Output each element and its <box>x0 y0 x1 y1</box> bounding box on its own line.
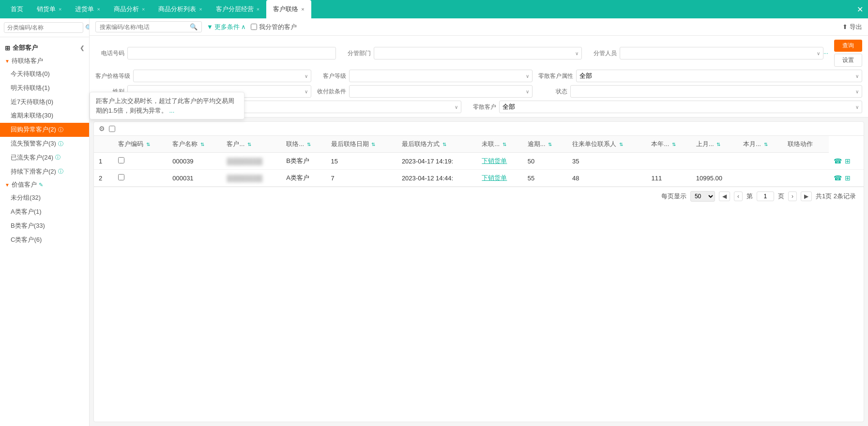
table-row: 2 000031 ████████ A类客户 7 2023-04-12 14:4… <box>94 170 864 187</box>
info-icon: ⓘ <box>58 126 63 134</box>
filter-row-2: 客户价格等级 ∨ 客户等级 ∨ 零散客户属性 全部 ∨ <box>95 70 862 82</box>
chevron-down-icon: ∨ <box>305 73 308 79</box>
sidebar-item-ungrouped[interactable]: 未分组(32) <box>0 191 89 205</box>
nav-tab-sales[interactable]: 销货单 × <box>30 0 68 18</box>
th-contact-person[interactable]: 往来单位联系人 ⇅ <box>567 136 646 153</box>
nav-tab-customer-contact[interactable]: 客户联络 × <box>266 0 311 18</box>
close-icon[interactable]: × <box>199 6 202 12</box>
branch-person-select[interactable]: ∨ <box>620 47 823 59</box>
sidebar-item-class-b[interactable]: B类客户(33) <box>0 219 89 233</box>
th-customer-type[interactable]: 客户... ⇅ <box>222 136 281 153</box>
status-select[interactable]: ∨ <box>570 85 862 98</box>
sidebar: 🔍 ⊞ 全部客户 ❮ ▼ 待联络客户 今天待联络(0) 明天待联络(1) 近7天… <box>0 18 90 426</box>
search-icon[interactable]: 🔍 <box>85 24 90 31</box>
close-icon[interactable]: × <box>59 6 61 12</box>
close-icon[interactable]: × <box>301 6 304 12</box>
branch-dept-field: 分管部门 ∨ <box>342 47 582 59</box>
sort-icon: ⇅ <box>764 142 768 147</box>
query-button[interactable]: 查询 <box>834 40 862 52</box>
sidebar-item-declining[interactable]: 持续下滑客户(2) ⓘ <box>0 165 89 179</box>
my-customers-checkbox[interactable] <box>251 24 257 30</box>
tooltip-box: 距客户上次交易时长，超过了此客户的平均交易周期的1.5倍，则视为异常。 ... <box>90 92 244 119</box>
tooltip-dots[interactable]: ... <box>169 107 174 114</box>
customer-level-select[interactable]: ∨ <box>349 70 533 82</box>
window-close-button[interactable]: ✕ <box>857 5 863 14</box>
th-last-month[interactable]: 上月... ⇅ <box>691 136 738 153</box>
sidebar-item-churn-warning[interactable]: 流失预警客户(3) ⓘ <box>0 137 89 151</box>
detail-icon[interactable]: ⊞ <box>845 174 851 182</box>
sidebar-item-tomorrow[interactable]: 明天待联络(1) <box>0 81 89 95</box>
price-level-select[interactable]: ∨ <box>133 70 311 82</box>
contact-icon[interactable]: ☎ <box>834 157 842 165</box>
page-number-input[interactable] <box>757 191 774 201</box>
th-code[interactable]: 客户编码 ⇅ <box>113 136 168 153</box>
close-icon[interactable]: × <box>97 6 100 12</box>
th-this-year[interactable]: 本年... ⇅ <box>646 136 691 153</box>
settings-icon[interactable]: ⚙ <box>99 125 105 132</box>
edit-icon[interactable]: ✎ <box>39 182 43 188</box>
sidebar-item-class-a[interactable]: A类客户(1) <box>0 205 89 219</box>
total-records-label: 共1页 2条记录 <box>816 192 856 201</box>
branch-dept-select[interactable]: ∨ <box>374 47 582 59</box>
export-button[interactable]: ⬆ 导出 <box>842 23 862 31</box>
th-this-month[interactable]: 本月... ⇅ <box>738 136 783 153</box>
th-name[interactable]: 客户名称 ⇅ <box>168 136 222 153</box>
status-field: 状态 ∨ <box>538 85 862 98</box>
sidebar-item-repurchase-abnormal[interactable]: 回购异常客户(2) ⓘ <box>0 123 89 137</box>
first-page-button[interactable]: ◀ <box>719 191 730 201</box>
sidebar-item-today[interactable]: 今天待联络(0) <box>0 67 89 81</box>
sidebar-item-class-c[interactable]: C类客户(6) <box>0 233 89 247</box>
th-overdue[interactable]: 逾期... ⇅ <box>523 136 567 153</box>
th-last-method[interactable]: 最后联络方式 ⇅ <box>397 136 477 153</box>
row-select-checkbox[interactable] <box>118 174 124 180</box>
next-page-button[interactable]: › <box>788 191 797 201</box>
select-all-checkbox[interactable] <box>109 126 115 132</box>
search-icon[interactable]: 🔍 <box>190 23 198 30</box>
collapse-icon[interactable]: ❮ <box>80 45 84 51</box>
detail-icon[interactable]: ⊞ <box>845 157 851 165</box>
sidebar-body: ⊞ 全部客户 ❮ ▼ 待联络客户 今天待联络(0) 明天待联络(1) 近7天待联… <box>0 37 89 426</box>
sidebar-item-7days[interactable]: 近7天待联络(0) <box>0 95 89 109</box>
sidebar-item-overdue[interactable]: 逾期未联络(30) <box>0 109 89 123</box>
sort-icon: ⇅ <box>672 142 676 147</box>
settings-button[interactable]: 设置 <box>834 54 862 67</box>
th-contact-count[interactable]: 联络... ⇅ <box>281 136 326 153</box>
close-icon[interactable]: × <box>257 6 259 12</box>
nav-tab-home[interactable]: 首页 <box>4 0 30 18</box>
sidebar-item-churned[interactable]: 已流失客户(24) ⓘ <box>0 151 89 165</box>
content-area: 距客户上次交易时长，超过了此客户的平均交易周期的1.5倍，则视为异常。 ... … <box>90 18 868 426</box>
retail-attr-select[interactable]: 全部 ∨ <box>576 70 862 82</box>
pending-contact-section[interactable]: ▼ 待联络客户 <box>0 55 89 67</box>
prev-page-button[interactable]: ‹ <box>734 191 743 201</box>
row-last-date: 2023-04-17 14:19: <box>397 153 477 170</box>
th-last-date[interactable]: 最后联络日期 ⇅ <box>326 136 397 153</box>
nav-tab-customer-tier[interactable]: 客户分层经营 × <box>209 0 266 18</box>
nav-tab-product-analysis[interactable]: 商品分析 × <box>107 0 152 18</box>
row-type: A类客户 <box>281 170 326 187</box>
last-page-button[interactable]: ▶ <box>801 191 812 201</box>
value-customers-section[interactable]: ▼ 价值客户 ✎ <box>0 178 89 191</box>
more-conditions-button[interactable]: ▼ 更多条件 ∧ <box>207 23 246 31</box>
close-icon[interactable]: × <box>142 6 145 12</box>
table-toolbar: ⚙ <box>94 122 864 136</box>
export-icon: ⬆ <box>842 23 848 30</box>
sidebar-search-input[interactable] <box>4 22 83 33</box>
phone-input[interactable] <box>127 47 336 59</box>
row-select-checkbox[interactable] <box>118 157 124 163</box>
per-page-select[interactable]: 50 100 <box>690 191 715 202</box>
nav-tab-product-list[interactable]: 商品分析列表 × <box>152 0 209 18</box>
th-uncontact[interactable]: 未联... ⇅ <box>477 136 522 153</box>
customer-level-field: 客户等级 ∨ <box>317 70 533 82</box>
customer-table: 客户编码 ⇅ 客户名称 ⇅ 客户... ⇅ 联络... <box>94 136 864 187</box>
retail-customer-select[interactable]: 全部 ∨ <box>499 101 862 113</box>
my-customers-checkbox-area[interactable]: 我分管的客户 <box>251 23 297 31</box>
more-options-icon[interactable]: ··· <box>823 50 828 57</box>
nav-tab-purchase[interactable]: 进货单 × <box>68 0 107 18</box>
contact-method-link[interactable]: 下销货单 <box>482 157 507 164</box>
row-type: B类客户 <box>281 153 326 170</box>
payment-select[interactable]: ∨ <box>349 85 533 98</box>
contact-icon[interactable]: ☎ <box>834 174 842 182</box>
search-input[interactable] <box>100 24 190 30</box>
customer-type-select[interactable]: ∨ <box>230 101 461 113</box>
contact-method-link[interactable]: 下销货单 <box>482 174 507 181</box>
